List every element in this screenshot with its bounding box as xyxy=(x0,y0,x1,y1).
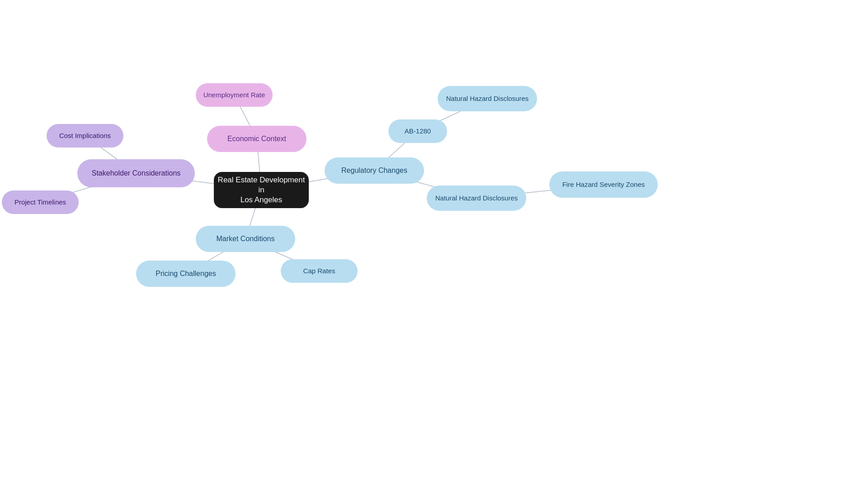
natural-hazard-bottom-node[interactable]: Natural Hazard Disclosures xyxy=(427,186,526,211)
cap-rates-node[interactable]: Cap Rates xyxy=(281,259,358,283)
cost-implications-node[interactable]: Cost Implications xyxy=(47,124,123,147)
economic-context-node[interactable]: Economic Context xyxy=(207,126,307,152)
fire-hazard-node[interactable]: Fire Hazard Severity Zones xyxy=(549,171,658,198)
market-conditions-node[interactable]: Market Conditions xyxy=(196,226,295,252)
unemployment-rate-node[interactable]: Unemployment Rate xyxy=(196,83,273,107)
project-timelines-node[interactable]: Project Timelines xyxy=(2,190,79,214)
natural-hazard-top-node[interactable]: Natural Hazard Disclosures xyxy=(438,86,537,111)
pricing-challenges-node[interactable]: Pricing Challenges xyxy=(136,261,236,287)
ab1280-node[interactable]: AB-1280 xyxy=(388,119,447,143)
center-node[interactable]: Real Estate Development inLos Angeles xyxy=(214,172,309,208)
regulatory-changes-node[interactable]: Regulatory Changes xyxy=(325,157,424,184)
stakeholder-considerations-node[interactable]: Stakeholder Considerations xyxy=(77,159,195,187)
